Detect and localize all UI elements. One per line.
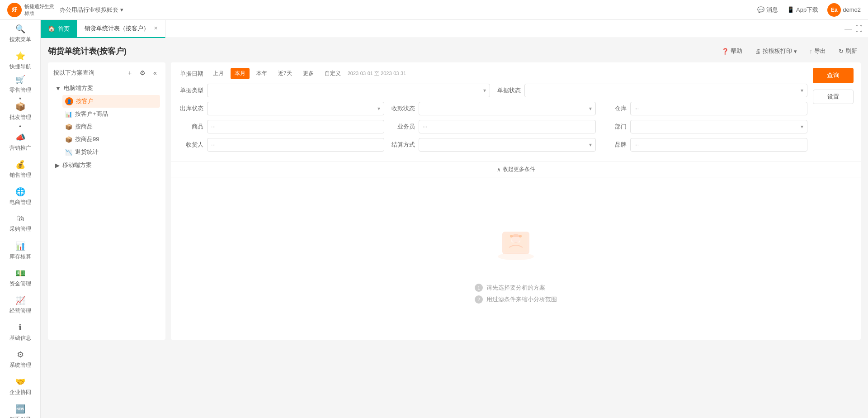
dropdown-arrow-icon6: ▾ [589, 142, 592, 148]
filter-row-date: 单据日期 上月 本月 本年 近7天 更多 自定义 2023-03-01 至 20… [178, 68, 807, 79]
star-icon: ⭐ [15, 51, 25, 61]
dropdown-arrow-icon: ▾ [483, 87, 486, 94]
empty-hint-1: 1 请先选择要分析的方案 [475, 284, 557, 292]
refresh-btn[interactable]: ↻ 刷新 [835, 45, 861, 57]
message-btn[interactable]: 💬 消息 [757, 6, 778, 14]
payment-method-dropdown[interactable]: ▾ [419, 138, 596, 152]
sidebar-item-quicknav[interactable]: ⭐ 快捷导航 [0, 47, 40, 74]
chevron-up-icon: ∧ [497, 166, 501, 173]
help-btn[interactable]: ❓ 帮助 [718, 45, 746, 57]
scheme-return-stat[interactable]: 📉 退货统计 [62, 146, 160, 158]
date-btn-custom[interactable]: 自定义 [321, 68, 345, 79]
warehouse-input[interactable]: ··· [630, 102, 807, 115]
svg-point-5 [510, 235, 513, 238]
tab-bar: 🏠 首页 销货单统计表（按客户） ✕ — ⛶ [41, 20, 868, 38]
tab-sales-stat[interactable]: 销货单统计表（按客户） ✕ [77, 20, 165, 38]
sidebar-item-retail[interactable]: 🛒 零售管理 ▾ [0, 74, 40, 101]
date-btn-7days[interactable]: 近7天 [274, 68, 296, 79]
date-btn-last-month[interactable]: 上月 [209, 68, 228, 79]
dropdown-arrow-icon2: ▾ [801, 87, 803, 94]
sidebar-item-operation[interactable]: 📈 经营管理 [0, 291, 40, 318]
svg-rect-4 [511, 237, 520, 242]
edit-scheme-btn[interactable]: ⚙ [137, 68, 147, 78]
chevron-up-icon: ▴ [19, 123, 21, 128]
payment-status-dropdown[interactable]: ▾ [419, 102, 596, 115]
logo-text: 畅捷通好生意 标版 [24, 3, 54, 16]
minimize-icon[interactable]: — [844, 25, 852, 33]
avatar: Ea [827, 3, 841, 17]
pc-section-header[interactable]: ▼ 电脑端方案 [53, 81, 160, 95]
sidebar-item-sales[interactable]: 💰 销售管理 [0, 156, 40, 183]
scheme-by-product[interactable]: 📦 按商品 [62, 120, 160, 133]
pc-section-children: 👤 按客户 📊 按客户+商品 📦 按商品 [53, 95, 160, 158]
user-avatar-btn[interactable]: Ea demo2 [827, 3, 861, 17]
filter-salesperson: 业务员 ··· [390, 120, 596, 133]
add-scheme-btn[interactable]: + [125, 68, 135, 78]
page-header: 销货单统计表(按客户) ❓ 帮助 🖨 按模板打印 ▾ ↑ [48, 45, 861, 57]
phone-icon: 📱 [787, 6, 794, 13]
scheme-by-customer[interactable]: 👤 按客户 [62, 95, 160, 108]
chevron-down-icon: ▼ [55, 85, 61, 92]
doc-type-dropdown[interactable]: ▾ [207, 84, 490, 97]
sidebar-item-basic[interactable]: ℹ 基础信息 [0, 318, 40, 346]
export-btn[interactable]: ↑ 导出 [806, 45, 830, 57]
print-icon: 🖨 [755, 48, 761, 55]
sidebar-item-search[interactable]: 🔍 搜索菜单 [0, 20, 40, 47]
scheme-by-product99[interactable]: 📦 按商品99 [62, 133, 160, 146]
date-btn-more[interactable]: 更多 [299, 68, 318, 79]
receiver-input[interactable]: ··· [207, 138, 384, 152]
sidebar-item-purchase[interactable]: 🛍 采购管理 [0, 210, 40, 237]
sidebar-item-wholesale[interactable]: 📦 批发管理 ▴ [0, 101, 40, 128]
settings-button[interactable]: 设置 [813, 90, 854, 104]
product-input[interactable]: ··· [207, 120, 384, 133]
inventory-icon: 📊 [15, 241, 25, 251]
export-icon: ↑ [810, 48, 813, 55]
app-download-btn[interactable]: 📱 App下载 [787, 6, 818, 14]
app-container: 好 畅捷通好生意 标版 办公用品行业模拟账套 ▾ 💬 消息 📱 App下载 [0, 0, 868, 418]
sidebar-item-inventory[interactable]: 📊 库存核算 [0, 237, 40, 264]
sidebar-item-marketing[interactable]: 📣 营销推广 [0, 128, 40, 156]
salesperson-input[interactable]: ··· [419, 120, 596, 133]
empty-hint-2: 2 用过滤条件来缩小分析范围 [475, 295, 557, 304]
date-filter: 上月 本月 本年 近7天 更多 自定义 2023-03-01 至 2023-03… [209, 68, 406, 79]
sidebar-item-finance[interactable]: 💵 资金管理 [0, 264, 40, 291]
department-dropdown[interactable]: ▾ [630, 120, 807, 133]
sidebar-item-system[interactable]: ⚙ 系统管理 [0, 346, 40, 373]
tab-close-icon[interactable]: ✕ [154, 25, 158, 31]
sidebar-item-newuser[interactable]: 🆕 新手引导 [0, 400, 40, 418]
sidebar-item-ecommerce[interactable]: 🌐 电商管理 [0, 183, 40, 210]
brand-input[interactable]: ··· [630, 138, 807, 152]
sidebar-item-company[interactable]: 🤝 企业协同 [0, 373, 40, 400]
logo-icon: 好 [7, 3, 22, 17]
top-bar-left: 好 畅捷通好生意 标版 办公用品行业模拟账套 ▾ [7, 3, 123, 17]
customer-icon: 👤 [65, 97, 73, 105]
tab-home[interactable]: 🏠 首页 [41, 20, 77, 38]
filter-receiver: 收货人 ··· [178, 138, 384, 152]
date-btn-this-month[interactable]: 本月 [231, 68, 250, 79]
empty-state: 1 请先选择要分析的方案 2 用过滤条件来缩小分析范围 [171, 177, 861, 340]
mobile-section[interactable]: ▶ 移动端方案 [53, 158, 160, 172]
collapse-more-btn[interactable]: ∧ 收起更多条件 [171, 162, 861, 177]
query-button[interactable]: 查询 [813, 68, 854, 83]
doc-status-dropdown[interactable]: ▾ [524, 84, 807, 97]
filter-doc-status: 单据状态 ▾ [495, 84, 807, 97]
filter-payment-status: 收款状态 ▾ [390, 102, 596, 115]
scheme-by-customer-product[interactable]: 📊 按客户+商品 [62, 108, 160, 120]
date-row: 单据日期 上月 本月 本年 近7天 更多 自定义 2023-03-01 至 20… [171, 62, 861, 162]
out-status-dropdown[interactable]: ▾ [207, 102, 384, 115]
print-btn[interactable]: 🖨 按模板打印 ▾ [751, 45, 801, 57]
left-panel-header: 按以下方案查询 + ⚙ « [53, 68, 160, 78]
pc-section: ▼ 电脑端方案 👤 按客户 📊 按客户+商品 [53, 81, 160, 158]
filter-doc-type: 单据类型 ▾ [178, 84, 490, 97]
sales-icon: 💰 [15, 160, 25, 170]
sidebar: 🔍 搜索菜单 ⭐ 快捷导航 🛒 零售管理 ▾ 📦 批发管理 ▴ 📣 营销推广 [0, 20, 41, 418]
maximize-icon[interactable]: ⛶ [855, 25, 863, 33]
page-actions: ❓ 帮助 🖨 按模板打印 ▾ ↑ 导出 ↻ [718, 45, 861, 57]
filters-and-results: 单据日期 上月 本月 本年 近7天 更多 自定义 2023-03-01 至 20… [171, 62, 861, 340]
dropdown-arrow-icon3: ▾ [377, 105, 380, 112]
collapse-panel-btn[interactable]: « [150, 68, 160, 78]
date-btn-this-year[interactable]: 本年 [252, 68, 271, 79]
chevron-down-icon: ▾ [794, 48, 797, 55]
industry-selector[interactable]: 办公用品行业模拟账套 ▾ [60, 6, 123, 14]
finance-icon: 💵 [15, 268, 25, 278]
